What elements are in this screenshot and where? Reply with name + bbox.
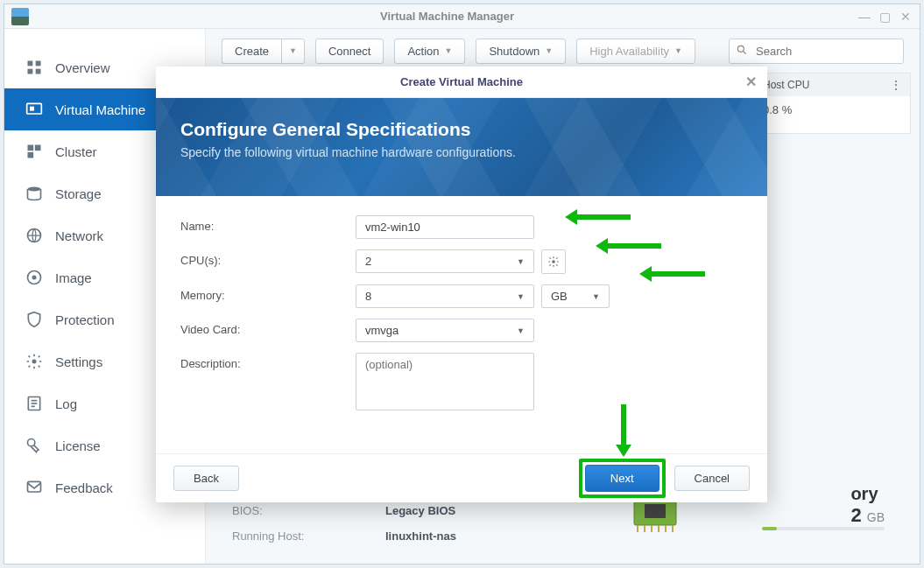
network-icon (25, 227, 43, 244)
memory-title: ory (850, 484, 885, 504)
window-title: Virtual Machine Manager (36, 10, 858, 23)
modal-close-button[interactable]: ✕ (745, 74, 757, 90)
sidebar-item-label: Virtual Machine (55, 102, 145, 117)
settings-icon (25, 353, 43, 370)
host-cpu-value: 0.8 % (754, 96, 910, 123)
memory-stat: ory 2 GB (850, 484, 885, 527)
svg-point-12 (32, 276, 37, 280)
memory-select[interactable]: 8▼ (356, 284, 534, 308)
overview-icon (25, 59, 43, 76)
maximize-button[interactable]: ▢ (879, 11, 892, 23)
name-label: Name: (180, 215, 356, 233)
gear-icon (547, 256, 560, 268)
next-button[interactable]: Next (585, 465, 659, 492)
modal-heading: Configure General Specifications (180, 119, 743, 140)
svg-point-13 (32, 360, 37, 364)
title-bar: Virtual Machine Manager — ▢ ✕ (4, 4, 920, 29)
menu-dots-icon[interactable]: ⋮ (891, 79, 901, 91)
memory-unit-select[interactable]: GB▼ (541, 284, 610, 308)
running-host-label: Running Host: (232, 529, 385, 543)
modal-footer: Back Next Cancel (156, 453, 767, 502)
svg-rect-0 (28, 61, 33, 67)
svg-point-9 (28, 187, 41, 192)
modal-body: Name: CPU(s): 2▼ Memory: 8▼ GB▼ Video Ca… (156, 196, 767, 453)
bios-value: Legacy BIOS (385, 504, 455, 517)
chevron-down-icon: ▼ (517, 292, 525, 301)
search-icon (736, 44, 748, 56)
video-card-select[interactable]: vmvga▼ (356, 319, 534, 342)
sidebar-item-label: License (55, 438, 101, 453)
protection-icon (25, 311, 43, 328)
action-button[interactable]: Action▼ (394, 39, 465, 64)
chevron-down-icon: ▼ (592, 292, 600, 301)
sidebar-item-label: Image (55, 270, 92, 285)
memory-label: Memory: (180, 284, 356, 302)
minimize-button[interactable]: — (858, 11, 871, 23)
sidebar-item-label: Network (55, 228, 103, 243)
image-icon (25, 269, 43, 286)
vm-icon (25, 101, 43, 118)
cancel-button[interactable]: Cancel (674, 466, 750, 491)
svg-line-21 (744, 51, 746, 53)
cpu-settings-button[interactable] (541, 249, 566, 274)
cluster-icon (25, 143, 43, 160)
svg-point-20 (737, 46, 744, 52)
host-cpu-panel: Host CPU ⋮ 0.8 % (753, 73, 911, 134)
sidebar-item-label: Overview (55, 60, 110, 75)
modal-header: Configure General Specifications Specify… (156, 98, 767, 196)
svg-rect-8 (28, 152, 34, 158)
license-icon (25, 437, 43, 454)
svg-rect-5 (30, 107, 34, 111)
bios-label: BIOS: (232, 504, 385, 517)
svg-rect-7 (35, 145, 41, 151)
connect-button[interactable]: Connect (315, 39, 384, 64)
host-cpu-header: Host CPU ⋮ (754, 74, 910, 96)
create-dropdown[interactable]: ▼ (281, 39, 305, 64)
app-icon (11, 8, 29, 25)
sidebar-item-label: Feedback (55, 480, 113, 495)
vm-details: BIOS: Legacy BIOS Running Host: linuxhin… (232, 504, 456, 555)
running-host-value: linuxhint-nas (385, 529, 456, 543)
create-button[interactable]: Create (222, 39, 281, 64)
modal-titlebar: Create Virtual Machine ✕ (156, 67, 767, 98)
create-vm-modal: Create Virtual Machine ✕ Configure Gener… (156, 67, 767, 502)
chevron-down-icon: ▼ (545, 46, 553, 55)
search-wrap (729, 39, 904, 64)
video-card-label: Video Card: (180, 319, 356, 336)
svg-rect-2 (28, 69, 33, 74)
cpu-label: CPU(s): (180, 249, 356, 267)
svg-rect-1 (36, 61, 41, 67)
storage-icon (25, 185, 43, 202)
sidebar-item-label: Log (55, 396, 77, 411)
svg-point-36 (552, 260, 555, 263)
chevron-down-icon: ▼ (517, 257, 525, 266)
svg-rect-6 (28, 145, 34, 151)
svg-rect-23 (645, 504, 666, 518)
back-button[interactable]: Back (173, 466, 239, 491)
window-controls: — ▢ ✕ (858, 11, 913, 23)
log-icon (25, 395, 43, 412)
memory-value: 2 GB (850, 504, 885, 527)
memory-bar (762, 527, 885, 530)
svg-rect-19 (28, 481, 41, 492)
sidebar-item-label: Settings (55, 354, 102, 369)
sidebar-item-label: Cluster (55, 144, 97, 159)
name-input[interactable] (356, 215, 534, 239)
cpu-select[interactable]: 2▼ (356, 249, 534, 273)
modal-subheading: Specify the following virtual machine ha… (180, 145, 743, 159)
sidebar-item-label: Storage (55, 186, 102, 201)
search-input[interactable] (729, 39, 904, 64)
description-textarea[interactable] (356, 353, 534, 410)
svg-rect-3 (36, 69, 41, 74)
close-button[interactable]: ✕ (900, 11, 913, 23)
chevron-down-icon: ▼ (289, 46, 297, 55)
feedback-icon (25, 479, 43, 496)
description-label: Description: (180, 353, 356, 370)
chevron-down-icon: ▼ (517, 326, 525, 335)
chevron-down-icon: ▼ (445, 46, 453, 55)
modal-title-text: Create Virtual Machine (400, 75, 523, 88)
shutdown-button[interactable]: Shutdown▼ (476, 39, 566, 64)
high-availability-button[interactable]: High Availability▼ (576, 39, 695, 64)
chevron-down-icon: ▼ (674, 46, 682, 55)
sidebar-item-label: Protection (55, 312, 115, 327)
